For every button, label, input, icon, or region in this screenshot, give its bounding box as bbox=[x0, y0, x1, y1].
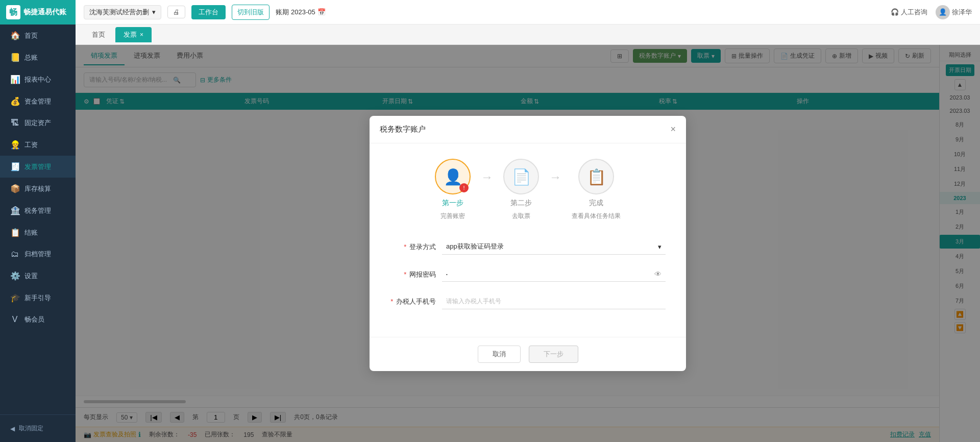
period-display: 账期 2023-05 📅 bbox=[276, 8, 326, 17]
support-label: 人工咨询 bbox=[901, 8, 927, 17]
step-1-desc: 完善账密 bbox=[440, 212, 465, 220]
sidebar-item-home[interactable]: 🏠 首页 bbox=[0, 24, 76, 46]
sidebar-item-payroll[interactable]: 👷 工资 bbox=[0, 134, 76, 156]
guide-icon: 🎓 bbox=[10, 293, 19, 303]
required-star-2: * bbox=[404, 271, 406, 278]
step-arrow-2: → bbox=[549, 170, 561, 184]
step-2-label: 第二步 bbox=[510, 199, 532, 208]
workbench-button[interactable]: 工作台 bbox=[191, 5, 226, 19]
required-star-1: * bbox=[404, 243, 406, 251]
sidebar-item-label: 税务管理 bbox=[24, 206, 51, 215]
step-1-badge: ! bbox=[459, 183, 469, 192]
step-1-label: 第一步 bbox=[442, 199, 463, 208]
phone-row: * 办税人手机号 请输入办税人手机号 bbox=[390, 294, 666, 309]
sidebar-item-inventory[interactable]: 📦 库存核算 bbox=[0, 178, 76, 200]
switch-version-button[interactable]: 切到旧版 bbox=[232, 5, 270, 20]
login-method-label-text: * 登录方式 bbox=[390, 242, 436, 252]
calendar-icon[interactable]: 📅 bbox=[317, 8, 326, 16]
modal-title: 税务数字账户 bbox=[380, 125, 426, 134]
period-value: 2023-05 bbox=[291, 8, 315, 16]
workbench-label: 工作台 bbox=[199, 8, 218, 16]
login-method-label: 登录方式 bbox=[409, 243, 436, 251]
fixed-assets-icon: 🏗 bbox=[10, 118, 19, 128]
login-method-select[interactable]: app获取验证码登录 ▾ bbox=[442, 239, 666, 255]
unpin-label: 取消固定 bbox=[19, 424, 43, 433]
sidebar-item-archive[interactable]: 🗂 归档管理 bbox=[0, 243, 76, 265]
password-row: * 网报密码 • 👁 bbox=[390, 267, 666, 282]
invoice-mgmt-icon: 🧾 bbox=[10, 162, 19, 171]
phone-input[interactable]: 请输入办税人手机号 bbox=[442, 294, 666, 309]
sidebar-unpin-button[interactable]: ◀ 取消固定 bbox=[0, 420, 76, 437]
inventory-icon: 📦 bbox=[10, 184, 19, 193]
sidebar-item-settings[interactable]: ⚙️ 设置 bbox=[0, 265, 76, 287]
step-3-glyph: 📋 bbox=[587, 168, 606, 186]
sidebar-item-guide[interactable]: 🎓 新手引导 bbox=[0, 287, 76, 309]
cancel-button[interactable]: 取消 bbox=[478, 346, 521, 363]
sidebar-item-funds[interactable]: 💰 资金管理 bbox=[0, 90, 76, 112]
sidebar-item-member[interactable]: V 畅会员 bbox=[0, 309, 76, 330]
password-dot: • bbox=[446, 272, 449, 277]
settings-icon: ⚙️ bbox=[10, 271, 19, 281]
sidebar-item-invoice-mgmt[interactable]: 🧾 发票管理 bbox=[0, 156, 76, 178]
invoice-tab-label: 发票 bbox=[124, 30, 137, 39]
user-menu[interactable]: 👤 徐泽华 bbox=[936, 5, 972, 19]
company-selector[interactable]: 沈海芙测试经营勿删 ▾ bbox=[84, 5, 161, 19]
password-label-text: * 网报密码 bbox=[390, 270, 436, 279]
payroll-icon: 👷 bbox=[10, 140, 19, 150]
step-1-icon: 👤 ! bbox=[435, 159, 471, 194]
sidebar-item-label: 发票管理 bbox=[24, 162, 51, 171]
sidebar-item-label: 报表中心 bbox=[24, 75, 51, 84]
step-2-glyph: 📄 bbox=[512, 168, 531, 186]
support-button[interactable]: 🎧 人工咨询 bbox=[891, 8, 927, 17]
tax-digital-modal: 税务数字账户 × 👤 ! 第一步 完善账密 bbox=[370, 116, 686, 371]
step-3-icon: 📋 bbox=[578, 159, 614, 194]
archive-icon: 🗂 bbox=[10, 250, 19, 259]
avatar: 👤 bbox=[936, 5, 950, 19]
company-name: 沈海芙测试经营勿删 bbox=[89, 8, 149, 17]
sidebar-item-label: 首页 bbox=[24, 31, 38, 40]
step-1: 👤 ! 第一步 完善账密 bbox=[435, 159, 471, 220]
next-button[interactable]: 下一步 bbox=[529, 346, 578, 363]
step-1-glyph: 👤 bbox=[444, 168, 462, 186]
modal-header: 税务数字账户 × bbox=[370, 116, 686, 143]
sidebar-item-label: 总账 bbox=[24, 53, 38, 62]
tabbar: 首页 发票 × bbox=[76, 24, 980, 45]
sidebar-item-close-account[interactable]: 📋 结账 bbox=[0, 222, 76, 243]
step-2-icon: 📄 bbox=[503, 159, 539, 194]
steps-indicator: 👤 ! 第一步 完善账密 → 📄 第二步 bbox=[390, 159, 666, 220]
tab-close-icon[interactable]: × bbox=[140, 31, 143, 38]
tab-invoice[interactable]: 发票 × bbox=[115, 27, 152, 42]
content-area: 销项发票 进项发票 费用小票 ⊞ 税务数字账户 ▾ 取票 ▾ bbox=[76, 45, 980, 442]
login-method-dropdown-icon: ▾ bbox=[658, 243, 662, 251]
password-input[interactable]: • 👁 bbox=[442, 267, 666, 282]
sidebar-item-label: 结账 bbox=[24, 228, 38, 237]
sidebar-logo: 畅 畅捷通易代账 bbox=[0, 0, 76, 24]
print-button[interactable]: 🖨 bbox=[167, 6, 185, 18]
modal-footer: 取消 下一步 bbox=[370, 337, 686, 371]
sidebar: 畅 畅捷通易代账 🏠 首页 📒 总账 📊 报表中心 💰 资金管理 🏗 固定资产 … bbox=[0, 0, 76, 442]
eye-toggle-icon[interactable]: 👁 bbox=[654, 270, 662, 278]
modal-body: 👤 ! 第一步 完善账密 → 📄 第二步 bbox=[370, 143, 686, 337]
modal-close-button[interactable]: × bbox=[670, 124, 676, 135]
sidebar-item-tax[interactable]: 🏦 税务管理 bbox=[0, 200, 76, 222]
sidebar-item-label: 固定资产 bbox=[24, 118, 51, 128]
tab-home[interactable]: 首页 bbox=[84, 27, 113, 42]
sidebar-item-label: 归档管理 bbox=[24, 250, 51, 259]
topbar: 沈海芙测试经营勿删 ▾ 🖨 工作台 切到旧版 账期 2023-05 📅 🎧 人工… bbox=[76, 0, 980, 24]
sidebar-bottom: ◀ 取消固定 bbox=[0, 414, 76, 442]
step-3: 📋 完成 查看具体任务结果 bbox=[572, 159, 621, 220]
step-2-desc: 去取票 bbox=[512, 212, 530, 220]
topbar-right: 🎧 人工咨询 👤 徐泽华 bbox=[891, 5, 972, 19]
user-name: 徐泽华 bbox=[952, 8, 972, 17]
sidebar-item-label: 库存核算 bbox=[24, 184, 51, 193]
step-arrow-1: → bbox=[481, 170, 493, 184]
sidebar-item-ledger[interactable]: 📒 总账 bbox=[0, 46, 76, 68]
headset-icon: 🎧 bbox=[891, 8, 899, 16]
member-icon: V bbox=[10, 315, 19, 324]
sidebar-item-reports[interactable]: 📊 报表中心 bbox=[0, 68, 76, 90]
home-tab-label: 首页 bbox=[92, 30, 105, 39]
sidebar-item-label: 畅会员 bbox=[24, 315, 44, 324]
reports-icon: 📊 bbox=[10, 75, 19, 84]
phone-label: 办税人手机号 bbox=[396, 298, 436, 305]
sidebar-item-fixed-assets[interactable]: 🏗 固定资产 bbox=[0, 112, 76, 134]
